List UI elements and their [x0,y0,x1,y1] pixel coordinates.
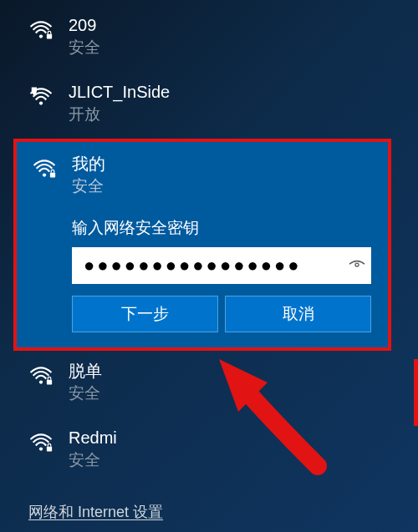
password-prompt-label: 输入网络安全密钥 [72,217,388,239]
svg-point-8 [39,447,43,450]
wifi-secure-icon [28,18,54,43]
svg-point-5 [354,263,358,266]
wifi-status: 安全 [69,37,100,58]
eye-icon [348,256,366,275]
password-input[interactable]: ●●●●●●●●●●●●●●●● [72,247,341,284]
wifi-ssid: 209 [69,15,100,35]
wifi-open-shield-icon [28,85,54,110]
svg-rect-7 [47,380,52,385]
wifi-network-item[interactable]: JLICT_InSide 开放 [13,72,398,139]
svg-point-3 [43,173,46,176]
wifi-status: 安全 [69,383,102,404]
annotation-edge [414,359,418,426]
next-button-label: 下一步 [121,303,169,325]
wifi-status: 安全 [72,175,105,197]
wifi-network-item[interactable]: 脱单 安全 [13,351,398,418]
wifi-secure-icon [28,431,54,456]
cancel-button[interactable]: 取消 [225,296,371,332]
wifi-ssid: 脱单 [69,361,102,381]
wifi-ssid: JLICT_InSide [69,82,170,102]
network-settings-link[interactable]: 网络和 Internet 设置 [28,502,163,522]
wifi-status: 安全 [69,449,117,471]
svg-rect-9 [47,447,52,452]
wifi-ssid: Redmi [69,428,117,448]
wifi-network-item[interactable]: 209 安全 [13,5,398,72]
svg-point-0 [39,34,43,38]
next-button[interactable]: 下一步 [72,296,218,332]
wifi-network-item[interactable]: 我的 安全 [17,142,388,205]
wifi-secure-icon [28,364,54,389]
svg-point-2 [39,101,43,104]
wifi-network-expanded: 我的 安全 输入网络安全密钥 ●●●●●●●●●●●●●●●● 下一步 取消 [13,139,391,351]
password-mask: ●●●●●●●●●●●●●●●● [84,255,302,276]
wifi-status: 开放 [69,104,170,125]
cancel-button-label: 取消 [283,303,314,325]
svg-rect-1 [47,34,52,39]
svg-point-6 [39,380,43,383]
reveal-password-button[interactable] [341,247,371,284]
wifi-secure-icon [32,157,57,182]
wifi-network-item[interactable]: Redmi 安全 [13,418,398,484]
wifi-ssid: 我的 [72,154,105,174]
svg-rect-4 [50,173,55,178]
